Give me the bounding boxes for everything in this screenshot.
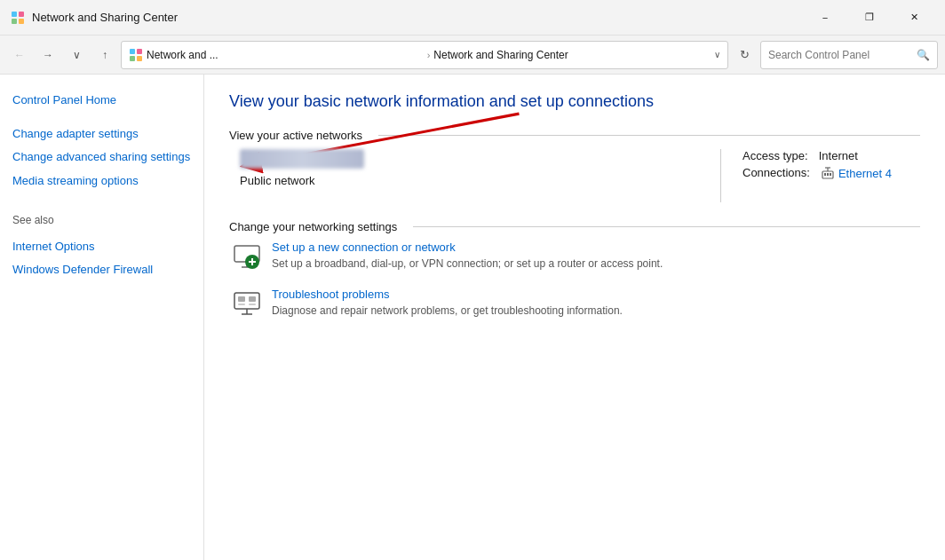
network-details: Access type: Internet Connections:: [742, 149, 920, 184]
svg-rect-2: [12, 19, 17, 24]
svg-rect-11: [827, 173, 829, 176]
up-button[interactable]: ↑: [92, 43, 117, 67]
svg-rect-4: [130, 49, 135, 54]
recent-button[interactable]: ∨: [64, 43, 89, 67]
window-title: Network and Sharing Center: [32, 11, 178, 24]
svg-rect-10: [824, 173, 826, 176]
network-type: Public network: [240, 174, 699, 187]
sidebar-item-change-adapter-settings[interactable]: Change adapter settings: [11, 122, 193, 146]
address-chevron-icon[interactable]: ∨: [714, 50, 720, 59]
address-separator-1: ›: [427, 50, 431, 60]
refresh-button[interactable]: ↻: [732, 43, 757, 67]
network-blurred-name: [240, 149, 364, 169]
troubleshoot-icon: [233, 289, 261, 318]
setting-item-troubleshoot: Troubleshoot problems Diagnose and repai…: [229, 288, 920, 319]
svg-rect-3: [19, 19, 24, 24]
window-controls: − ❐ ✕: [805, 4, 934, 31]
ethernet-icon: [821, 166, 835, 180]
ethernet-link-text: Ethernet 4: [838, 167, 892, 180]
ethernet-link[interactable]: Ethernet 4: [821, 166, 892, 180]
troubleshoot-link[interactable]: Troubleshoot problems: [272, 288, 623, 301]
restore-button[interactable]: ❐: [849, 4, 890, 31]
address-bar: Network and ... › Network and Sharing Ce…: [121, 41, 728, 69]
address-network-icon: [129, 48, 143, 62]
network-info-row: Public network Access type: Internet Con…: [229, 149, 920, 202]
troubleshoot-text: Troubleshoot problems Diagnose and repai…: [272, 288, 623, 319]
address-full: Network and Sharing Center: [433, 49, 711, 61]
svg-rect-22: [238, 296, 245, 302]
svg-rect-1: [19, 12, 24, 17]
main-layout: Control Panel Home Change adapter settin…: [0, 75, 945, 560]
network-divider: [720, 149, 721, 202]
address-short: Network and ...: [147, 49, 424, 61]
sidebar-item-internet-options[interactable]: Internet Options: [11, 235, 193, 258]
svg-rect-12: [830, 173, 831, 176]
access-type-label: Access type:: [742, 149, 808, 162]
close-button[interactable]: ✕: [893, 4, 934, 31]
back-button[interactable]: ←: [7, 43, 32, 67]
see-also-title: See also: [11, 210, 193, 230]
access-type-value: Internet: [819, 149, 858, 162]
networking-settings-header: Change your networking settings: [229, 220, 920, 233]
minimize-button[interactable]: −: [805, 4, 846, 31]
setup-connection-text: Set up a new connection or network Set u…: [272, 241, 663, 272]
svg-rect-7: [137, 56, 142, 61]
setup-connection-desc: Set up a broadband, dial-up, or VPN conn…: [272, 257, 663, 270]
svg-rect-5: [137, 49, 142, 54]
connections-label: Connections:: [742, 166, 810, 180]
active-networks-header: View your active networks: [229, 129, 920, 142]
network-icon-area: Public network: [240, 149, 699, 187]
setup-connection-link[interactable]: Set up a new connection or network: [272, 241, 663, 254]
setting-item-setup: Set up a new connection or network Set u…: [229, 241, 920, 272]
sidebar-item-change-advanced-sharing[interactable]: Change advanced sharing settings: [11, 146, 193, 169]
svg-rect-6: [130, 56, 135, 61]
search-bar[interactable]: 🔍: [760, 41, 938, 69]
forward-button[interactable]: →: [36, 43, 60, 67]
sidebar-item-windows-defender-firewall[interactable]: Windows Defender Firewall: [11, 258, 193, 281]
search-input[interactable]: [768, 49, 913, 61]
search-icon: 🔍: [917, 49, 930, 61]
svg-rect-25: [249, 304, 256, 305]
sidebar: Control Panel Home Change adapter settin…: [0, 75, 204, 560]
nav-bar: ← → ∨ ↑ Network and ... › Network and Sh…: [0, 35, 945, 75]
sidebar-item-control-panel-home[interactable]: Control Panel Home: [11, 89, 193, 112]
page-title: View your basic network information and …: [229, 92, 920, 111]
svg-rect-0: [12, 12, 17, 17]
title-bar: Network and Sharing Center − ❐ ✕: [0, 0, 945, 35]
svg-rect-24: [238, 304, 245, 305]
sidebar-item-media-streaming[interactable]: Media streaming options: [11, 170, 193, 193]
svg-rect-23: [249, 296, 256, 302]
setup-connection-icon: [233, 242, 261, 271]
connections-row: Connections: Ethernet 4: [742, 166, 920, 180]
window-icon: [11, 11, 25, 25]
troubleshoot-desc: Diagnose and repair network problems, or…: [272, 304, 623, 317]
networking-settings-section: Change your networking settings Set up a…: [229, 220, 920, 319]
content-area: View your basic network information and …: [204, 75, 945, 560]
access-type-row: Access type: Internet: [742, 149, 920, 162]
